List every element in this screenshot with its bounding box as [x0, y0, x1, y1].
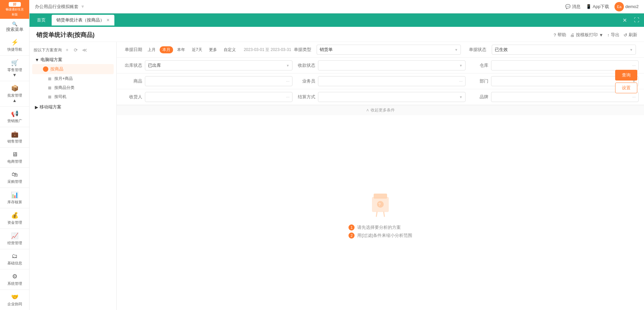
filter-payment-status: 收款状态 ▼	[295, 60, 466, 70]
tree-group-desktop-header[interactable]: ▼ 电脑端方案	[32, 55, 114, 64]
help-btn[interactable]: ? 帮助	[553, 32, 566, 38]
salesperson-input[interactable]: ···	[318, 76, 466, 86]
empty-hint-2: 2 用[过滤]条件来缩小分析范围	[348, 232, 412, 239]
date-btn-last-month[interactable]: 上月	[145, 46, 158, 53]
breadcrumb-text: 办公用品行业模拟账套	[35, 4, 78, 10]
system-icon: ⚙	[12, 273, 17, 280]
wholesale-icon: 📦	[11, 85, 18, 92]
out-status-select[interactable]: 已出库 ▼	[145, 60, 292, 70]
refresh-btn[interactable]: ↺ 刷新	[624, 32, 637, 38]
receiver-label: 收货人	[122, 94, 142, 100]
query-btn[interactable]: 查询	[615, 70, 637, 81]
doc-type-select[interactable]: 销货单 ▼	[317, 45, 461, 55]
username: demo2	[625, 4, 639, 9]
date-filter-row: 单据日期 上月 本月 本年 近7天 更多 自定义 2023-03-01 至 20…	[117, 42, 644, 58]
sidebar-item-wholesale[interactable]: 📦 批发管理 ▲	[0, 81, 29, 107]
scheme-collapse-btn[interactable]: ≪	[81, 47, 88, 53]
app-download-btn[interactable]: 📱 App下载	[586, 4, 609, 10]
payment-method-select[interactable]: ▼	[318, 92, 466, 102]
topbar-right: 💬 消息 📱 App下载 Ea demo2	[565, 2, 639, 11]
desktop-expand-icon: ▼	[35, 57, 39, 62]
export-label: 导出	[611, 32, 620, 38]
sidebar-item-system[interactable]: ⚙ 系统管理	[0, 269, 29, 290]
user-profile[interactable]: Ea demo2	[614, 2, 639, 11]
scheme-by-month-label: 按月+商品	[54, 76, 73, 82]
sidebar-item-quicknav[interactable]: ⚡ 快捷导航	[0, 35, 29, 56]
date-range-display: 2023-03-01 至 2023-03-31	[244, 47, 291, 53]
scheme-add-btn[interactable]: ＋	[64, 47, 70, 53]
print-label: 按模板打印	[576, 32, 598, 38]
right-top-actions: 查询 设置	[615, 70, 637, 93]
sidebar-item-inventory[interactable]: 📊 库存核算	[0, 188, 29, 208]
sidebar-item-finance[interactable]: 💰 资金管理	[0, 208, 29, 229]
tab-close-btn[interactable]: ✕	[106, 18, 110, 22]
filter-product: 商品 ···	[122, 76, 292, 86]
salesperson-dots: ···	[459, 79, 463, 84]
app-name: 畅捷通好生意	[6, 7, 24, 12]
export-btn[interactable]: ↑ 导出	[607, 32, 620, 38]
collapse-bar[interactable]: ∧ 收起更多条件	[117, 105, 644, 115]
sidebar-search[interactable]: 🔍 搜索菜单	[0, 19, 29, 35]
print-btn[interactable]: 🖨 按模板打印 ▼	[570, 32, 603, 38]
brand-label: 品牌	[468, 94, 488, 100]
sidebar-item-ecommerce[interactable]: 🖥 电商管理	[0, 148, 29, 168]
date-btn-7days[interactable]: 近7天	[189, 46, 205, 53]
payment-status-select[interactable]: ▼	[318, 60, 466, 70]
sales-label: 销售管理	[7, 139, 22, 144]
doc-status-select[interactable]: 已生效 ▼	[492, 45, 636, 55]
quicknav-label: 快捷导航	[7, 47, 22, 52]
doc-status-caret: ▼	[630, 48, 633, 52]
sidebar-item-sales[interactable]: 💼 销售管理	[0, 127, 29, 148]
product-input[interactable]: ···	[145, 76, 292, 86]
grid-icon-3: ▦	[47, 94, 52, 100]
scheme-by-cashier-label: 按司机	[54, 94, 66, 100]
scheme-item-by-category[interactable]: ▦ 按商品分类	[32, 83, 114, 92]
filter-brand: 品牌 ···	[468, 92, 639, 102]
scheme-item-by-month-product[interactable]: ▦ 按月+商品	[32, 74, 114, 83]
brand-dots: ···	[632, 95, 636, 99]
message-btn[interactable]: 💬 消息	[565, 4, 581, 10]
sidebar-item-retail[interactable]: 🛒 零售管理 ▼	[0, 56, 29, 81]
grid-icon-1: ▦	[47, 76, 52, 82]
tab-home[interactable]: 首页	[32, 15, 50, 25]
doc-status-label: 单据状态	[469, 47, 486, 53]
scheme-item-by-product[interactable]: 按商品	[32, 64, 114, 74]
date-btn-custom[interactable]: 自定义	[221, 46, 238, 53]
receiver-input[interactable]: ···	[145, 92, 292, 102]
empty-hints: 1 请先选择要分析的方案 2 用[过滤]条件来缩小分析范围	[348, 224, 412, 239]
content-area: 销货单统计表(按商品) ? 帮助 🖨 按模板打印 ▼ ↑ 导出 ↺ 刷新	[30, 27, 644, 310]
date-btn-this-month[interactable]: 本月	[160, 46, 173, 53]
payment-method-caret: ▼	[459, 95, 463, 99]
tree-group-mobile-header[interactable]: ▶ 移动端方案	[32, 103, 114, 111]
refresh-icon: ↺	[624, 33, 627, 38]
warehouse-dots: ···	[632, 63, 636, 68]
collab-icon: 🤝	[11, 293, 18, 301]
hint-num-2: 2	[348, 232, 355, 239]
scheme-refresh-btn[interactable]: ⟳	[72, 47, 79, 53]
sidebar-item-collab[interactable]: 🤝 企业协同	[0, 290, 29, 310]
warehouse-input[interactable]: ···	[491, 60, 639, 70]
ecommerce-icon: 🖥	[12, 151, 18, 158]
settings-btn[interactable]: 设置	[615, 83, 637, 93]
sidebar-item-marketing[interactable]: 📢 营销推广	[0, 107, 29, 127]
product-dots: ···	[286, 79, 289, 84]
page-header: 销货单统计表(按商品) ? 帮助 🖨 按模板打印 ▼ ↑ 导出 ↺ 刷新	[30, 27, 644, 42]
svg-rect-1	[374, 194, 387, 199]
sidebar-item-purchase[interactable]: 🛍 采购管理	[0, 168, 29, 188]
filter-row-3: 收货人 ··· 结算方式 ▼ 品牌	[117, 89, 644, 105]
tab-sales-report[interactable]: 销货单统计表（按商品） ✕	[52, 15, 114, 25]
date-btn-this-year[interactable]: 本年	[174, 46, 188, 53]
empty-icon: ?	[364, 187, 397, 220]
payment-method-label: 结算方式	[295, 94, 315, 100]
svg-text:?: ?	[378, 202, 381, 207]
date-btn-more[interactable]: 更多	[206, 46, 220, 53]
date-label: 单据日期	[122, 47, 142, 53]
doc-type-label: 单据类型	[294, 47, 311, 53]
scheme-item-by-cashier[interactable]: ▦ 按司机	[32, 92, 114, 101]
tab-close-all-btn[interactable]: ✕	[620, 15, 629, 25]
export-icon: ↑	[607, 33, 610, 38]
sidebar-item-basics[interactable]: 🗂 基础信息	[0, 249, 29, 269]
sidebar-item-operations[interactable]: 📈 经营管理	[0, 229, 29, 249]
tab-fullscreen-btn[interactable]: ⛶	[632, 15, 641, 25]
brand-input[interactable]: ···	[491, 92, 639, 102]
